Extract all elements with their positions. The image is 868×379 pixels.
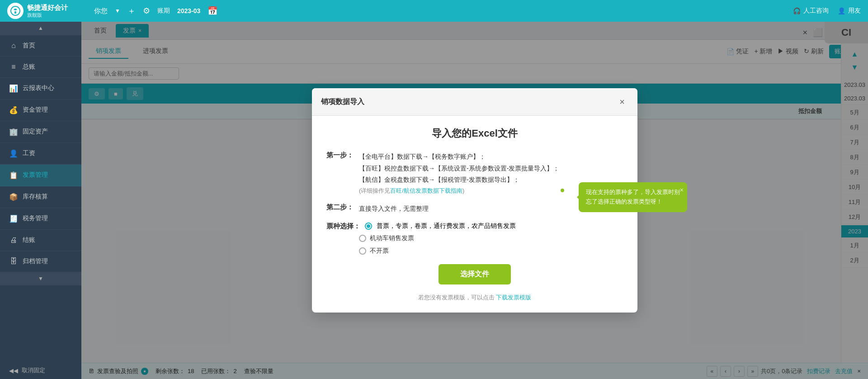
svg-rect-1 (14, 11, 16, 14)
scroll-down-arrow[interactable]: ▼ (38, 274, 43, 284)
step2-label: 第二步： (326, 203, 354, 214)
step1-line3: 【航信】金税盘数据下载→【报税管理-发票数据导出】； (359, 174, 559, 185)
step1-link[interactable]: 百旺/航信发票数据下载指南 (390, 187, 462, 194)
radio-motor-row: 机动车销售发票 (359, 234, 623, 242)
step1-line2: 【百旺】税控盘数据下载→【系统设置-系统参数设置-发票批量导入】； (359, 163, 559, 174)
logo: 畅捷通好会计 旗舰版 (7, 3, 89, 19)
step2-content: 直接导入文件，无需整理 (359, 203, 429, 214)
settings-icon[interactable]: ⚙ (143, 6, 150, 16)
cancel-pin-label: 取消固定 (22, 366, 45, 374)
top-bar-middle: 你您 ▼ ＋ ⚙ 账期 2023-03 📅 (94, 5, 788, 16)
top-bar: 畅捷通好会计 旗舰版 你您 ▼ ＋ ⚙ 账期 2023-03 📅 🎧 人工咨询 … (0, 0, 868, 22)
sidebar-label-archive: 归档管理 (23, 257, 48, 265)
modal-close-icon: × (619, 97, 625, 107)
tooltip-text: 现在支持的票种多了，导入发票时别忘了选择正确的发票类型呀！ (586, 189, 680, 205)
sidebar-item-ledger[interactable]: ≡ 总账 (0, 57, 81, 78)
sidebar-label-checkout: 结账 (23, 236, 35, 244)
logo-sub: 旗舰版 (27, 12, 68, 19)
stock-icon: 📦 (9, 193, 18, 201)
invoice-icon: 📋 (9, 171, 18, 180)
salary-icon: 👤 (9, 149, 18, 158)
sidebar-item-tax[interactable]: 🧾 税务管理 (0, 208, 81, 230)
period-value: 2023-03 (177, 7, 200, 14)
period-label: 账期 (157, 7, 170, 15)
sidebar-label-invoice: 发票管理 (23, 171, 48, 179)
sidebar-item-stock[interactable]: 📦 库存核算 (0, 186, 81, 208)
sidebar-label-ledger: 总账 (23, 63, 35, 71)
sidebar-item-archive[interactable]: 🗄 归档管理 (0, 251, 81, 272)
modal-body: 导入您的Excel文件 第一步： 【全电平台】数据下载→【税务数字账户】； 【百… (312, 116, 637, 312)
sidebar-item-salary[interactable]: 👤 工资 (0, 143, 81, 165)
sidebar-label-tax: 税务管理 (23, 214, 48, 223)
sidebar-label-fund: 资金管理 (23, 106, 48, 114)
ticket-select-label: 票种选择： (326, 222, 360, 231)
step1-line1: 【全电平台】数据下载→【税务数字账户】； (359, 151, 559, 162)
modal-main-title: 导入您的Excel文件 (326, 127, 623, 140)
select-file-btn[interactable]: 选择文件 (439, 264, 511, 284)
sidebar: ▲ ⌂ 首页 ≡ 总账 📊 云报表中心 💰 资金管理 🏢 固定资产 👤 工资 📋 (0, 22, 81, 379)
checkout-icon: 🖨 (9, 236, 18, 244)
logo-name: 畅捷通好会计 (27, 4, 68, 12)
user-label: 用友 (848, 7, 861, 15)
modal-header: 销项数据导入 × (312, 88, 637, 116)
logo-icon (7, 3, 24, 19)
step1-label: 第一步： (326, 151, 354, 196)
add-icon[interactable]: ＋ (127, 5, 136, 16)
tooltip-bubble: × 现在支持的票种多了，导入发票时别忘了选择正确的发票类型呀！ (579, 182, 687, 212)
home-icon: ⌂ (9, 42, 18, 50)
user-icon: 👤 (838, 7, 845, 14)
tooltip-anchor-dot (560, 188, 565, 193)
scroll-up-arrow[interactable]: ▲ (38, 24, 43, 33)
sidebar-scroll-up[interactable]: ▲ (0, 22, 81, 35)
sidebar-item-invoice[interactable]: 📋 发票管理 (0, 165, 81, 186)
radio-no[interactable] (359, 247, 366, 255)
sidebar-label-asset: 固定资产 (23, 128, 48, 136)
service-label: 人工咨询 (803, 7, 829, 15)
download-template-link[interactable]: 下载发票模版 (496, 294, 531, 301)
archive-icon: 🗄 (9, 257, 18, 265)
sidebar-item-fund[interactable]: 💰 资金管理 (0, 99, 81, 121)
asset-icon: 🏢 (9, 128, 18, 136)
top-bar-right: 🎧 人工咨询 👤 用友 (793, 7, 861, 15)
ticket-select-row: 票种选择： 普票，专票，卷票，通行费发票，农产品销售发票 (326, 222, 623, 231)
headset-icon: 🎧 (793, 7, 801, 14)
sidebar-scroll-down[interactable]: ▼ (0, 272, 81, 286)
sidebar-item-checkout[interactable]: 🖨 结账 (0, 230, 81, 251)
radio-motor[interactable] (359, 235, 366, 242)
pin-icon: ◀◀ (9, 367, 18, 374)
sidebar-item-cloud[interactable]: 📊 云报表中心 (0, 78, 81, 99)
modal-footer: 若您没有发票模版，可以点击 下载发票模版 (326, 294, 623, 302)
svg-point-0 (11, 6, 20, 15)
sidebar-item-asset[interactable]: 🏢 固定资产 (0, 121, 81, 143)
main-layout: ▲ ⌂ 首页 ≡ 总账 📊 云报表中心 💰 资金管理 🏢 固定资产 👤 工资 📋 (0, 22, 868, 379)
sidebar-cancel-pin[interactable]: ◀◀ 取消固定 (0, 362, 81, 379)
radio-common[interactable] (365, 223, 372, 230)
select-file-section: 选择文件 (326, 264, 623, 284)
sidebar-label-cloud: 云报表中心 (23, 84, 54, 92)
ledger-icon: ≡ (9, 63, 18, 71)
company-name: 你您 (94, 7, 108, 15)
tooltip-close-btn[interactable]: × (680, 185, 684, 195)
radio-no-label: 不开票 (370, 247, 389, 255)
tax-icon: 🧾 (9, 214, 18, 223)
cloud-icon: 📊 (9, 84, 18, 93)
radio-no-row: 不开票 (359, 247, 623, 255)
content-area: 首页 发票 × 销项发票 进项发票 📄 凭证 + 新增 (81, 22, 868, 379)
sidebar-item-home[interactable]: ⌂ 首页 (0, 35, 81, 57)
step1-link-row: (详细操作见百旺/航信发票数据下载指南) (359, 185, 559, 196)
calendar-icon[interactable]: 📅 (208, 6, 217, 16)
company-dropdown[interactable]: ▼ (115, 8, 120, 14)
step1-content: 【全电平台】数据下载→【税务数字账户】； 【百旺】税控盘数据下载→【系统设置-系… (359, 151, 559, 196)
service-button[interactable]: 🎧 人工咨询 (793, 7, 829, 15)
modal-title: 销项数据导入 (321, 97, 364, 107)
radio-common-label: 普票，专票，卷票，通行费发票，农产品销售发票 (377, 222, 516, 230)
sidebar-label-salary: 工资 (23, 149, 35, 157)
modal-close-btn[interactable]: × (616, 95, 628, 108)
radio-motor-label: 机动车销售发票 (370, 234, 414, 242)
ticket-section: 票种选择： 普票，专票，卷票，通行费发票，农产品销售发票 机动车销售发票 不开票 (326, 222, 623, 255)
footer-text: 若您没有发票模版，可以点击 (418, 294, 495, 301)
modal-overlay: 销项数据导入 × 导入您的Excel文件 第一步： 【全电平台】数据下载→【税务… (81, 22, 868, 379)
sidebar-label-stock: 库存核算 (23, 193, 48, 201)
fund-icon: 💰 (9, 106, 18, 114)
user-button[interactable]: 👤 用友 (838, 7, 861, 15)
